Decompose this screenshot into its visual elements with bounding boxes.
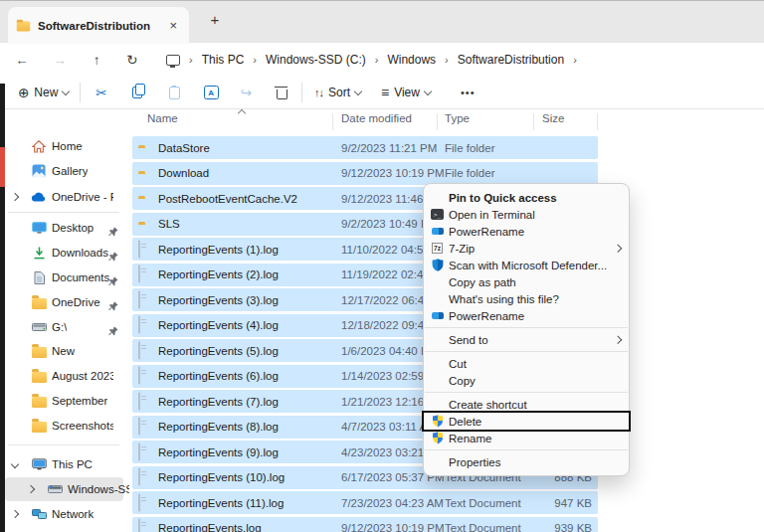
document-icon [138, 468, 140, 486]
defender-shield-icon [430, 259, 445, 272]
menu-item-create-shortcut[interactable]: Create shortcut [424, 396, 629, 413]
new-button[interactable]: ⊕ New [18, 85, 69, 100]
menu-item-7zip[interactable]: 7z 7-Zip [424, 240, 629, 257]
network-icon [31, 508, 47, 520]
menu-item-delete[interactable]: Delete [424, 413, 629, 430]
sort-label: Sort [328, 86, 350, 99]
sort-button[interactable]: ↑↓ Sort [314, 86, 361, 99]
sidebar-item-label: This PC [52, 458, 93, 470]
sidebar-item-gallery[interactable]: Gallery [5, 159, 123, 183]
chevron-down-icon [424, 87, 432, 94]
sidebar-item-label: G:\ [52, 321, 67, 333]
column-divider[interactable] [597, 113, 598, 130]
file-row[interactable]: ReportingEvents.log 9/12/2023 10:19 PM T… [132, 517, 598, 532]
sidebar-item-label: Gallery [52, 165, 88, 177]
menu-item-copy-as-path[interactable]: Copy as path [424, 273, 629, 290]
up-icon[interactable]: ↑ [85, 53, 108, 68]
delete-trash-icon[interactable] [277, 89, 287, 99]
file-name: DataStore [158, 142, 210, 154]
back-icon[interactable]: ← [10, 53, 34, 68]
home-icon [31, 140, 47, 153]
breadcrumb-windows-ssd[interactable]: Windows-SSD (C:) [266, 53, 366, 67]
menu-item-send-to[interactable]: Send to [424, 331, 629, 348]
terminal-icon: >_ [430, 208, 445, 222]
column-header-size[interactable]: Size [542, 112, 564, 124]
column-divider[interactable] [533, 113, 534, 130]
more-options-icon[interactable]: ••• [461, 87, 476, 98]
menu-item-cut[interactable]: Cut [424, 355, 629, 372]
column-header-type[interactable]: Type [445, 112, 470, 124]
refresh-icon[interactable]: ↻ [120, 52, 144, 68]
document-icon [138, 291, 140, 309]
sidebar-item-onedrive-personal[interactable]: OneDrive - Persona [5, 185, 123, 209]
new-tab-button[interactable]: + [204, 11, 226, 28]
menu-item-copy[interactable]: Copy [424, 372, 629, 389]
toolbar-divider [301, 83, 302, 102]
column-header-date[interactable]: Date modified [341, 112, 412, 124]
sidebar-item-this-pc[interactable]: This PC [5, 452, 123, 476]
sidebar-item-august-2023[interactable]: August 2023 [5, 364, 123, 388]
document-icon [138, 241, 140, 259]
file-row[interactable]: DataStore 9/2/2023 11:21 PM File folder [132, 136, 598, 159]
tab-close-icon[interactable]: × [165, 18, 181, 33]
sidebar-item-g-drive[interactable]: G:\ [5, 315, 123, 339]
file-size: 947 KB [554, 497, 592, 509]
sidebar-item-label: Windows-SSD (C: [68, 483, 129, 495]
expand-chevron-icon[interactable] [11, 510, 19, 518]
file-row[interactable]: Download 9/12/2023 10:19 PM File folder [132, 162, 598, 185]
menu-separator [425, 449, 628, 450]
chevron-right-icon: › [445, 54, 449, 66]
rename-icon[interactable]: A [204, 86, 219, 99]
new-label: New [34, 86, 58, 99]
sort-arrows-icon: ↑↓ [314, 87, 323, 98]
collapse-chevron-icon[interactable] [11, 460, 19, 468]
sidebar-item-documents[interactable]: Documents [5, 266, 123, 289]
powerrename-icon [430, 309, 445, 323]
menu-item-scan-with-defender[interactable]: Scan with Microsoft Defender... [424, 257, 629, 273]
pin-icon [108, 223, 118, 241]
sidebar-item-desktop[interactable]: Desktop [5, 216, 123, 240]
menu-item-open-in-terminal[interactable]: >_ Open in Terminal [424, 206, 629, 223]
sidebar-item-onedrive-folder[interactable]: OneDrive [5, 290, 123, 314]
sidebar-item-label: OneDrive - Persona [52, 191, 113, 203]
expand-chevron-icon[interactable] [11, 193, 19, 201]
sidebar-item-september[interactable]: September [5, 389, 123, 413]
column-header-name[interactable]: Name [147, 112, 178, 124]
menu-item-pin-to-quick-access[interactable]: Pin to Quick access [424, 189, 629, 206]
menu-item-powerrename-2[interactable]: PowerRename [424, 307, 629, 324]
sidebar-item-new[interactable]: New [5, 339, 123, 363]
menu-item-powerrename[interactable]: PowerRename [424, 223, 629, 240]
tab-softwaredistribution[interactable]: SoftwareDistribution × [8, 7, 189, 44]
drive-icon [47, 485, 63, 493]
column-divider[interactable] [437, 113, 438, 130]
menu-item-label: Create shortcut [449, 399, 527, 411]
view-button[interactable]: ≡ View [381, 85, 431, 100]
menu-item-label: Copy as path [449, 276, 516, 288]
menu-item-rename[interactable]: Rename [424, 430, 629, 446]
file-row[interactable]: ReportingEvents (11).log 7/23/2023 04:23… [132, 491, 598, 514]
column-divider[interactable] [332, 113, 333, 130]
desktop-monitor-icon[interactable] [166, 55, 180, 66]
sidebar-item-screenshots[interactable]: Screenshots [5, 414, 123, 438]
tab-title: SoftwareDistribution [38, 20, 165, 32]
sidebar-item-network[interactable]: Network [5, 502, 123, 526]
breadcrumb-windows[interactable]: Windows [387, 53, 436, 67]
breadcrumb-this-pc[interactable]: This PC [202, 53, 245, 67]
menu-item-whats-using-this-file[interactable]: What's using this file? [424, 290, 629, 307]
menu-item-label: 7-Zip [449, 243, 475, 255]
menu-item-properties[interactable]: Properties [424, 453, 629, 470]
submenu-chevron-icon [613, 336, 621, 344]
menu-item-label: Properties [449, 456, 500, 468]
file-size: 939 KB [554, 522, 592, 532]
sidebar-item-windows-ssd[interactable]: Windows-SSD (C: [5, 477, 123, 501]
sidebar-item-label: Home [52, 140, 83, 152]
sidebar-item-home[interactable]: Home [5, 134, 123, 158]
sidebar-item-downloads[interactable]: Downloads [5, 241, 123, 265]
expand-chevron-icon[interactable] [27, 485, 35, 493]
sidebar-item-label: Network [52, 508, 94, 520]
file-type: Text Document [445, 497, 521, 509]
breadcrumb-softwaredistribution[interactable]: SoftwareDistribution [458, 53, 564, 67]
this-pc-icon [31, 458, 47, 470]
copy-icon[interactable] [132, 87, 142, 98]
cut-icon[interactable]: ✂ [96, 85, 106, 100]
